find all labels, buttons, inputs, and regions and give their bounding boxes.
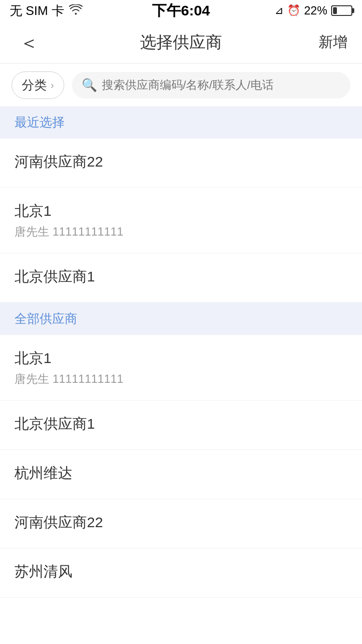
recent-section-title: 最近选择	[14, 115, 65, 129]
add-button[interactable]: 新增	[319, 32, 348, 52]
item-name: 苏州清风	[14, 562, 348, 582]
item-name: 杭州维达	[14, 463, 348, 483]
all-items-list: 北京1唐先生 11111111111北京供应商1杭州维达河南供应商22苏州清风	[0, 335, 362, 598]
item-name: 北京1	[14, 201, 348, 221]
back-button[interactable]: ＜	[14, 28, 43, 57]
recent-items-list: 河南供应商22北京1唐先生 11111111111北京供应商1	[0, 139, 362, 303]
wifi-icon	[69, 3, 83, 18]
battery-fill	[333, 7, 337, 14]
category-button[interactable]: 分类 ›	[12, 71, 64, 99]
item-name: 北京1	[14, 349, 348, 368]
status-left: 无 SIM 卡	[10, 2, 83, 19]
page-title: 选择供应商	[140, 31, 222, 54]
status-right: ⊿ ⏰ 22%	[275, 4, 352, 17]
battery-percentage: 22%	[304, 4, 327, 17]
recent-section-header: 最近选择	[0, 106, 362, 139]
filter-bar: 分类 › 🔍	[0, 64, 362, 106]
status-bar: 无 SIM 卡 下午6:04 ⊿ ⏰ 22%	[0, 0, 362, 21]
item-name: 北京供应商1	[14, 414, 348, 434]
search-input[interactable]	[102, 78, 341, 92]
search-box[interactable]: 🔍	[72, 72, 350, 98]
item-name: 河南供应商22	[14, 513, 348, 532]
all-section-title: 全部供应商	[14, 311, 77, 326]
list-item[interactable]: 北京1唐先生 11111111111	[0, 335, 362, 401]
list-item[interactable]: 河南供应商22	[0, 499, 362, 548]
carrier-text: 无 SIM 卡	[10, 2, 64, 19]
item-name: 河南供应商22	[14, 152, 348, 172]
battery-icon	[331, 5, 352, 16]
status-time: 下午6:04	[152, 1, 210, 21]
category-label: 分类	[22, 77, 47, 94]
search-icon: 🔍	[82, 78, 97, 93]
list-item[interactable]: 河南供应商22	[0, 139, 362, 188]
nav-bar: ＜ 选择供应商 新增	[0, 21, 362, 64]
list-item[interactable]: 杭州维达	[0, 450, 362, 499]
all-section-header: 全部供应商	[0, 303, 362, 335]
list-item[interactable]: 北京供应商1	[0, 253, 362, 303]
list-item[interactable]: 苏州清风	[0, 548, 362, 598]
item-detail: 唐先生 11111111111	[14, 371, 348, 387]
item-name: 北京供应商1	[14, 267, 348, 287]
chevron-right-icon: ›	[51, 80, 54, 91]
list-item[interactable]: 北京供应商1	[0, 401, 362, 450]
location-icon: ⊿	[275, 4, 283, 17]
item-detail: 唐先生 11111111111	[14, 224, 348, 239]
alarm-icon: ⏰	[287, 4, 300, 17]
list-item[interactable]: 北京1唐先生 11111111111	[0, 188, 362, 253]
